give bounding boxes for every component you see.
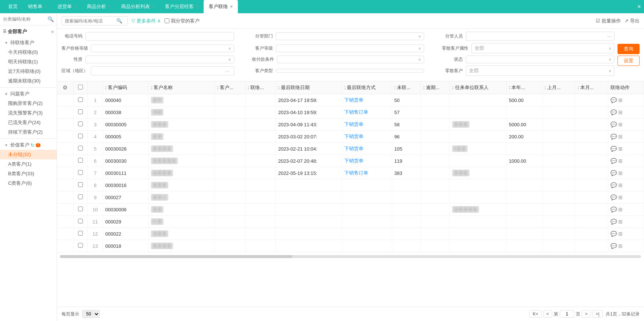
- phone-input[interactable]: [85, 32, 234, 41]
- close-product-analysis[interactable]: ×: [108, 4, 111, 9]
- sidebar-item-abnormal[interactable]: 囤购异常客户(2): [0, 99, 57, 108]
- dept-select[interactable]: ∨: [276, 32, 425, 40]
- settings-icon[interactable]: ⚙: [63, 84, 67, 91]
- query-button[interactable]: 查询: [617, 44, 640, 54]
- tab-product-analysis-list[interactable]: 商品分析列表 ×: [116, 0, 160, 13]
- col-customer-type[interactable]: : 客户...: [215, 81, 245, 94]
- tab-sales-order[interactable]: 销售单 ×: [23, 0, 52, 13]
- status-select[interactable]: ∨: [466, 56, 615, 63]
- chat-icon[interactable]: 💬: [610, 134, 617, 140]
- tab-home[interactable]: 首页: [3, 0, 23, 13]
- manager-select[interactable]: ···: [466, 32, 615, 41]
- problem-customers-header[interactable]: ▼ 问题客户: [0, 89, 57, 99]
- chat-icon[interactable]: 💬: [610, 182, 617, 188]
- sidebar-search-input[interactable]: [3, 17, 47, 22]
- col-company-contact[interactable]: : 往来单位联系人: [450, 81, 507, 94]
- first-page-btn[interactable]: K<: [529, 310, 542, 318]
- sidebar-item-ungroup[interactable]: 未分组(32): [0, 150, 57, 159]
- grid-action-icon[interactable]: ⊞: [618, 109, 623, 115]
- payment-select[interactable]: ∨: [277, 56, 425, 63]
- tab-purchase-order[interactable]: 进货单 ×: [52, 0, 82, 13]
- gender-select[interactable]: ∨: [85, 56, 234, 63]
- chat-icon[interactable]: 💬: [610, 243, 617, 249]
- row-checkbox[interactable]: [73, 167, 88, 179]
- col-overdue[interactable]: : 逾期...: [421, 81, 450, 94]
- row-checkbox[interactable]: [73, 94, 88, 106]
- tab-customer-segment[interactable]: 客户分层经客 ×: [160, 0, 204, 13]
- grid-action-icon[interactable]: ⊞: [618, 170, 623, 176]
- search-input[interactable]: [65, 18, 116, 24]
- next-page-btn[interactable]: >: [582, 310, 591, 318]
- sidebar-item-today[interactable]: 今天待联络(0): [0, 47, 57, 57]
- my-customers-check[interactable]: [165, 18, 169, 23]
- close-purchase-order[interactable]: ×: [74, 4, 77, 9]
- grid-action-icon[interactable]: ⊞: [618, 158, 623, 164]
- grid-action-icon[interactable]: ⊞: [618, 231, 623, 237]
- row-checkbox[interactable]: [73, 143, 88, 155]
- chat-icon[interactable]: 💬: [610, 194, 617, 200]
- col-last-method[interactable]: : 最后联络方式: [342, 81, 392, 94]
- region-select[interactable]: ···: [91, 66, 234, 75]
- sidebar-item-churn-warning[interactable]: 流失预警客户(3): [0, 108, 57, 118]
- select-all-checkbox[interactable]: [78, 85, 83, 89]
- grid-action-icon[interactable]: ⊞: [618, 134, 623, 140]
- last-method-link[interactable]: 下销售订单: [344, 109, 368, 115]
- grid-action-icon[interactable]: ⊞: [618, 97, 623, 103]
- prev-page-btn[interactable]: <: [543, 310, 552, 318]
- chat-icon[interactable]: 💬: [610, 97, 617, 103]
- grid-action-icon[interactable]: ⊞: [618, 207, 623, 212]
- col-contact[interactable]: : 联络...: [245, 81, 276, 94]
- close-sales-order[interactable]: ×: [45, 4, 47, 9]
- customer-level-select[interactable]: ∨: [276, 45, 425, 52]
- all-customers-header[interactable]: ⠿ 全部客户 «: [0, 25, 57, 38]
- chat-icon[interactable]: 💬: [610, 109, 617, 115]
- sidebar-item-overdue[interactable]: 逾期未联络(30): [0, 76, 57, 86]
- tab-product-analysis[interactable]: 商品分析 ×: [82, 0, 116, 13]
- row-checkbox[interactable]: [73, 179, 88, 191]
- chat-icon[interactable]: 💬: [610, 231, 617, 237]
- grid-action-icon[interactable]: ⊞: [618, 121, 623, 127]
- chat-icon[interactable]: 💬: [610, 207, 617, 212]
- search-icon[interactable]: 🔍: [116, 18, 122, 24]
- page-input[interactable]: [560, 310, 574, 318]
- sidebar-item-a-class[interactable]: A类客户(1): [0, 159, 57, 169]
- last-method-link[interactable]: 下销货单: [344, 134, 363, 139]
- chat-icon[interactable]: 💬: [610, 121, 617, 127]
- col-customer-code[interactable]: : 客户编码: [103, 81, 148, 94]
- grid-action-icon[interactable]: ⊞: [618, 194, 623, 200]
- scroll-thumb[interactable]: [60, 255, 292, 258]
- refresh-icon[interactable]: ↻: [31, 142, 35, 148]
- close-product-analysis-list[interactable]: ×: [152, 4, 155, 9]
- close-customer-segment[interactable]: ×: [196, 4, 198, 9]
- last-method-link[interactable]: 下销货单: [344, 97, 363, 103]
- chat-icon[interactable]: 💬: [610, 170, 617, 176]
- more-conditions-btn[interactable]: ▽ 更多条件 ∧: [131, 18, 161, 24]
- col-last-date[interactable]: : 最后联络日期: [276, 81, 342, 94]
- sidebar-item-churned[interactable]: 已流失客户(24): [0, 118, 57, 127]
- row-checkbox[interactable]: [73, 204, 88, 216]
- search-box[interactable]: 🔍: [61, 16, 128, 25]
- col-no-contact[interactable]: : 未联...: [392, 81, 421, 94]
- row-checkbox[interactable]: [73, 106, 88, 119]
- close-app[interactable]: ×: [637, 3, 641, 11]
- my-customers-checkbox[interactable]: 我分管的客户: [165, 18, 200, 24]
- row-checkbox[interactable]: [73, 191, 88, 204]
- sidebar-item-b-class[interactable]: B类客户(33): [0, 169, 57, 179]
- customer-type-select[interactable]: [276, 69, 425, 73]
- sidebar-search-icon[interactable]: 🔍: [47, 16, 54, 22]
- col-settings[interactable]: ⚙: [57, 81, 73, 94]
- pending-contact-header[interactable]: ▼ 待联络客户: [0, 38, 57, 47]
- last-page-btn[interactable]: >|: [592, 310, 603, 318]
- last-method-link[interactable]: 下销货单: [344, 121, 363, 127]
- grid-action-icon[interactable]: ⊞: [618, 219, 623, 225]
- grid-action-icon[interactable]: ⊞: [618, 182, 623, 188]
- row-checkbox[interactable]: [73, 228, 88, 240]
- col-this-year[interactable]: : 本年...: [506, 81, 542, 94]
- col-last-month[interactable]: : 上月...: [542, 81, 575, 94]
- per-page-select[interactable]: 50: [82, 310, 100, 318]
- row-checkbox[interactable]: [73, 155, 88, 167]
- last-method-link[interactable]: 下销货单: [344, 158, 363, 163]
- chat-icon[interactable]: 💬: [610, 146, 617, 152]
- grid-action-icon[interactable]: ⊞: [618, 146, 623, 152]
- sidebar-item-declining[interactable]: 持续下滑客户(2): [0, 127, 57, 137]
